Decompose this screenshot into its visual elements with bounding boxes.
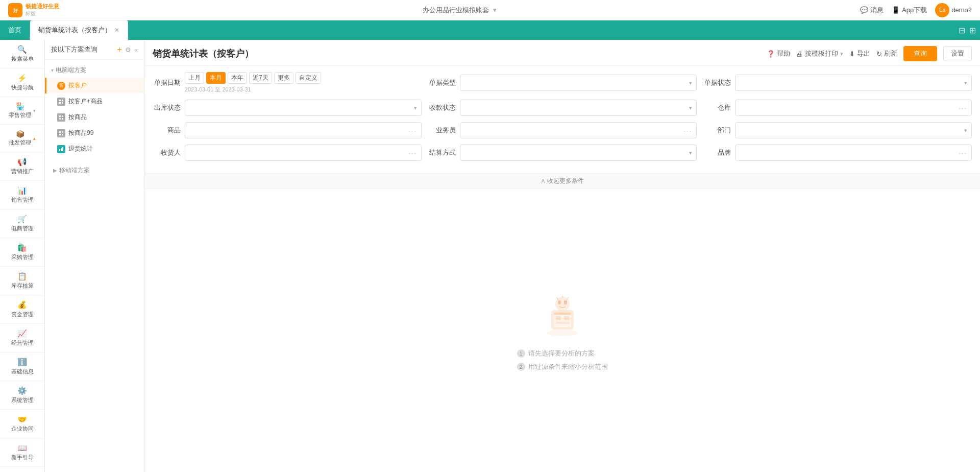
- scheme-by-customer[interactable]: 客 按客户: [45, 78, 144, 93]
- svg-rect-15: [61, 148, 62, 151]
- retail-icon: 🏪: [9, 102, 31, 110]
- salesperson-label: 业务员: [428, 126, 456, 135]
- chevron-down-icon[interactable]: ▾: [493, 6, 497, 14]
- sidebar-item-basic-info[interactable]: ℹ️ 基础信息: [0, 352, 44, 381]
- collapse-more-conditions-btn[interactable]: ∧ 收起更多条件: [144, 173, 980, 189]
- doc-type-label: 单据类型: [428, 78, 456, 87]
- svg-rect-16: [62, 147, 63, 151]
- logo-area: 好 畅捷通好生意 标版: [8, 3, 59, 17]
- top-bar-left: 好 畅捷通好生意 标版: [8, 3, 59, 17]
- settlement-select[interactable]: ▾: [460, 145, 697, 161]
- salesperson-filter-item: 业务员 ···: [428, 122, 697, 138]
- tab-minimize-icon[interactable]: ⊟: [959, 26, 965, 35]
- scheme-by-customer-goods[interactable]: 按客户+商品: [45, 93, 144, 109]
- sidebar-item-operation[interactable]: 📈 经营管理: [0, 324, 44, 352]
- scheme-return-stat[interactable]: 退货统计: [45, 141, 144, 157]
- svg-rect-11: [62, 131, 63, 133]
- svg-point-23: [564, 300, 567, 304]
- template-print-btn[interactable]: 🖨 按模板打印 ▾: [796, 49, 843, 58]
- scheme-by-goods-99[interactable]: 按商品99: [45, 125, 144, 141]
- settings-button[interactable]: 设置: [943, 46, 972, 61]
- tab-bar: 首页 销货单统计表（按客户） ✕ ⊟ ⊞: [0, 20, 980, 40]
- svg-rect-13: [62, 134, 63, 135]
- warehouse-select[interactable]: ···: [735, 100, 972, 116]
- date-btn-last-month[interactable]: 上月: [185, 72, 204, 84]
- doc-type-select[interactable]: ▾: [460, 75, 697, 91]
- mobile-scheme-label[interactable]: ▶ 移动端方案: [45, 163, 144, 178]
- date-filter-control: 上月 本月 本年 近7天 更多 自定义 2023-03-01 至 2023-03…: [185, 72, 422, 93]
- app-download-btn[interactable]: 📱 App下载: [892, 6, 927, 15]
- date-btn-this-month[interactable]: 本月: [206, 72, 226, 84]
- collapse-panel-btn[interactable]: «: [134, 46, 138, 54]
- svg-point-22: [558, 300, 561, 304]
- out-status-select[interactable]: ▾: [185, 100, 422, 116]
- page-title: 销货单统计表（按客户）: [153, 48, 254, 60]
- message-icon: 💬: [860, 6, 868, 14]
- svg-rect-27: [556, 316, 561, 320]
- receiver-select[interactable]: ···: [185, 145, 422, 161]
- sidebar-item-retail-mgmt[interactable]: 🏪 零售管理 ▾: [0, 97, 44, 125]
- receiver-label: 收货人: [153, 148, 181, 157]
- tip-2: 2 用过滤条件来缩小分析范围: [517, 362, 608, 371]
- message-btn[interactable]: 💬 消息: [860, 6, 884, 15]
- sidebar-item-system[interactable]: ⚙️ 系统管理: [0, 381, 44, 410]
- arrow-up-icon: ▴: [33, 136, 36, 141]
- by-customer-goods-icon: [57, 98, 65, 106]
- tab-expand-icon[interactable]: ⊞: [969, 26, 976, 35]
- sidebar-item-search-menu[interactable]: 🔍 搜索菜单: [0, 40, 44, 68]
- logo-text: 畅捷通好生意 标版: [26, 3, 59, 17]
- left-panel-header: 按以下方案查询 + ⚙ «: [45, 40, 144, 60]
- finance-icon: 💰: [2, 300, 42, 310]
- tab-home[interactable]: 首页: [0, 20, 30, 40]
- svg-rect-9: [62, 118, 63, 120]
- filter-row-3: 商品 ··· 业务员 ··· 部门: [153, 122, 972, 138]
- salesperson-select[interactable]: ···: [460, 122, 697, 138]
- goods-select[interactable]: ···: [185, 122, 422, 138]
- date-btn-custom[interactable]: 自定义: [296, 72, 321, 84]
- sidebar-item-purchase[interactable]: 🛍️ 采购管理: [0, 238, 44, 267]
- receipt-status-filter-item: 收款状态 ▾: [428, 100, 697, 116]
- desktop-scheme-label[interactable]: ▾ 电脑端方案: [45, 63, 144, 78]
- date-btn-this-year[interactable]: 本年: [228, 72, 247, 84]
- receipt-status-chevron-icon: ▾: [689, 105, 692, 111]
- export-btn[interactable]: ⬇ 导出: [849, 49, 870, 58]
- scheme-by-goods[interactable]: 按商品: [45, 109, 144, 125]
- sidebar-item-guide[interactable]: 📖 新手引导: [0, 438, 44, 467]
- empty-tips: 1 请先选择要分析的方案 2 用过滤条件来缩小分析范围: [517, 349, 608, 371]
- return-stat-icon: [57, 145, 65, 153]
- by-customer-icon: 客: [57, 82, 65, 90]
- date-btn-last-7[interactable]: 近7天: [249, 72, 272, 84]
- svg-rect-20: [554, 313, 571, 315]
- sidebar-item-ecommerce[interactable]: 🛒 电商管理: [0, 209, 44, 238]
- tab-sales-stat[interactable]: 销货单统计表（按客户） ✕: [30, 20, 128, 40]
- svg-rect-3: [62, 100, 63, 101]
- date-btn-more[interactable]: 更多: [274, 72, 293, 84]
- settlement-chevron-icon: ▾: [689, 150, 692, 156]
- receipt-status-select[interactable]: ▾: [460, 100, 697, 116]
- page-header: 销货单统计表（按客户） ❓ 帮助 🖨 按模板打印 ▾ ⬇ 导出: [144, 40, 980, 66]
- query-button[interactable]: 查询: [903, 46, 937, 61]
- sidebar-item-enterprise[interactable]: 🤝 企业协同: [0, 410, 44, 438]
- sidebar-item-wholesale-mgmt[interactable]: 📦 批发管理 ▴: [0, 125, 44, 152]
- tip-num-1: 1: [517, 349, 525, 358]
- add-scheme-btn[interactable]: +: [117, 45, 121, 54]
- enterprise-icon: 🤝: [2, 415, 42, 424]
- filter-row-2: 出库状态 ▾ 收款状态 ▾ 仓库: [153, 100, 972, 116]
- doc-status-select[interactable]: ▾: [735, 75, 972, 91]
- brand-dots-icon: ···: [959, 149, 967, 157]
- sidebar-item-marketing[interactable]: 📢 营销推广: [0, 152, 44, 181]
- brand-select[interactable]: ···: [735, 145, 972, 161]
- sidebar-item-inventory[interactable]: 📋 库存核算: [0, 267, 44, 295]
- receipt-status-label: 收款状态: [428, 103, 456, 112]
- user-avatar-area[interactable]: Ea demo2: [935, 3, 972, 17]
- sidebar-item-app-center[interactable]: 📱 应用中心: [0, 467, 44, 472]
- refresh-btn[interactable]: ↻ 刷新: [876, 49, 897, 58]
- help-btn[interactable]: ❓ 帮助: [767, 49, 790, 58]
- tab-close-icon[interactable]: ✕: [114, 27, 119, 34]
- department-label: 部门: [703, 126, 731, 135]
- settings-scheme-btn[interactable]: ⚙: [125, 46, 131, 54]
- sidebar-item-sales-mgmt[interactable]: 📊 销售管理: [0, 181, 44, 209]
- sidebar-item-finance[interactable]: 💰 资金管理: [0, 295, 44, 324]
- department-select[interactable]: ▾: [735, 122, 972, 138]
- sidebar-item-quick-nav[interactable]: ⚡ 快捷导航: [0, 68, 44, 97]
